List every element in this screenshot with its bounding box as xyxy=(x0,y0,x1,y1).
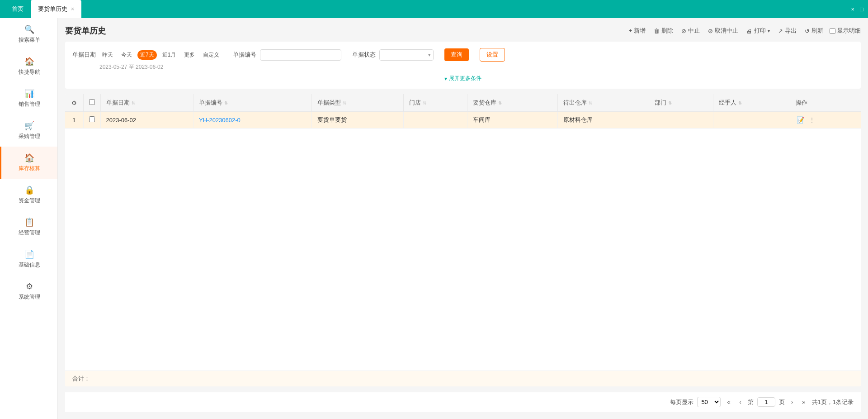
th-req-warehouse-sort-icon: ⇅ xyxy=(498,100,502,105)
page-size-select[interactable]: 50 100 200 xyxy=(697,397,721,407)
row-doc-no: YH-20230602-0 xyxy=(193,112,312,129)
row-more-button[interactable]: ⋮ xyxy=(808,115,816,124)
settings-button[interactable]: 设置 xyxy=(480,48,505,62)
th-settings[interactable]: ⚙ xyxy=(65,94,83,112)
tab-history-label: 要货单历史 xyxy=(38,5,67,13)
main-layout: 🔍 搜索菜单 🏠 快捷导航 📊 销售管理 🛒 采购管理 🏠 库存核算 🔒 资金管… xyxy=(0,18,868,419)
th-handler[interactable]: 经手人 ⇅ xyxy=(713,94,790,112)
row-actions: 📝 ⋮ xyxy=(796,115,855,124)
sidebar-item-inventory-calc[interactable]: 🏠 库存核算 xyxy=(0,147,57,179)
date-range-text: 2023-05-27 至 2023-06-02 xyxy=(99,64,163,70)
th-doc-type-label: 单据类型 xyxy=(317,99,341,107)
table-settings-icon: ⚙ xyxy=(71,100,77,106)
stop-label: 中止 xyxy=(688,27,700,35)
prev-page-btn[interactable]: ‹ xyxy=(737,398,744,406)
query-button[interactable]: 查询 xyxy=(444,48,469,61)
window-close-icon[interactable]: × xyxy=(851,6,855,13)
date-btn-1month[interactable]: 近1月 xyxy=(160,50,179,60)
sidebar-item-sales-mgmt-label: 销售管理 xyxy=(19,100,40,108)
stop-icon: ⊘ xyxy=(681,28,686,34)
date-btn-more[interactable]: 更多 xyxy=(181,50,198,60)
tab-history[interactable]: 要货单历史 × xyxy=(31,0,81,18)
sidebar-item-search-menu[interactable]: 🔍 搜索菜单 xyxy=(0,18,57,50)
expand-more-btn[interactable]: ▾ 展开更多条件 xyxy=(72,75,854,82)
expand-more-label: 展开更多条件 xyxy=(449,75,481,82)
th-doc-type-sortable: 单据类型 ⇅ xyxy=(317,99,397,107)
new-button[interactable]: + 新增 xyxy=(627,26,647,36)
th-req-warehouse-label: 要货仓库 xyxy=(473,99,496,107)
sidebar-item-sys-mgmt[interactable]: ⚙ 系统管理 xyxy=(0,275,57,307)
th-dept-sortable: 部门 ⇅ xyxy=(655,99,708,107)
sidebar-item-inventory-calc-label: 库存核算 xyxy=(19,165,40,172)
status-select[interactable] xyxy=(379,49,434,61)
total-info: 共1页，1条记录 xyxy=(812,398,854,406)
sidebar: 🔍 搜索菜单 🏠 快捷导航 📊 销售管理 🛒 采购管理 🏠 库存核算 🔒 资金管… xyxy=(0,18,58,419)
th-handler-sortable: 经手人 ⇅ xyxy=(719,99,785,107)
date-btn-yesterday[interactable]: 昨天 xyxy=(99,50,116,60)
row-edit-button[interactable]: 📝 xyxy=(796,115,805,124)
th-doc-date-sortable: 单据日期 ⇅ xyxy=(106,99,188,107)
sidebar-item-purchase-mgmt[interactable]: 🛒 采购管理 xyxy=(0,114,57,147)
date-btn-7days[interactable]: 近7天 xyxy=(137,50,157,60)
sidebar-item-finance-mgmt[interactable]: 🔒 资金管理 xyxy=(0,179,57,211)
export-label: 导出 xyxy=(785,27,797,35)
th-doc-no-sortable: 单据编号 ⇅ xyxy=(199,99,306,107)
next-page-btn[interactable]: › xyxy=(788,398,796,406)
page-size-label: 每页显示 xyxy=(670,398,693,406)
print-button[interactable]: 🖨 打印 ▾ xyxy=(745,26,772,36)
select-all-checkbox[interactable] xyxy=(89,99,95,105)
print-label: 打印 xyxy=(754,27,766,35)
tab-close-icon[interactable]: × xyxy=(71,6,74,12)
sidebar-item-basic-info[interactable]: 📄 基础信息 xyxy=(0,243,57,275)
table-footer: 合计： xyxy=(65,371,861,386)
th-handler-label: 经手人 xyxy=(719,99,736,107)
doc-no-input[interactable] xyxy=(260,49,341,61)
cancel-stop-button[interactable]: ⊘ 取消中止 xyxy=(706,26,740,36)
th-action: 操作 xyxy=(790,94,861,112)
sidebar-item-search-menu-label: 搜索菜单 xyxy=(19,36,40,44)
th-pending-warehouse-label: 待出仓库 xyxy=(563,99,587,107)
cancel-stop-label: 取消中止 xyxy=(715,27,738,35)
row-checkbox-cell xyxy=(83,112,100,129)
sidebar-item-purchase-mgmt-label: 采购管理 xyxy=(19,133,40,140)
first-page-btn[interactable]: « xyxy=(724,398,733,406)
delete-button[interactable]: 🗑 删除 xyxy=(652,26,675,36)
th-doc-no[interactable]: 单据编号 ⇅ xyxy=(193,94,312,112)
date-btn-today[interactable]: 今天 xyxy=(118,50,135,60)
row-checkbox[interactable] xyxy=(89,116,95,122)
status-label: 单据状态 xyxy=(352,51,376,59)
window-maximize-icon[interactable]: □ xyxy=(860,6,863,13)
sidebar-item-sales-mgmt[interactable]: 📊 销售管理 xyxy=(0,82,57,114)
show-detail-checkbox[interactable] xyxy=(830,28,835,34)
row-doc-no-link[interactable]: YH-20230602-0 xyxy=(199,117,241,124)
stop-button[interactable]: ⊘ 中止 xyxy=(679,26,702,36)
th-doc-type[interactable]: 单据类型 ⇅ xyxy=(312,94,403,112)
last-page-btn[interactable]: » xyxy=(799,398,808,406)
tab-home-label: 首页 xyxy=(12,5,24,13)
th-dept-sort-icon: ⇅ xyxy=(668,100,672,105)
th-pending-warehouse-sortable: 待出仓库 ⇅ xyxy=(563,99,643,107)
th-store-label: 门店 xyxy=(409,99,421,107)
sidebar-item-shortcut-nav[interactable]: 🏠 快捷导航 xyxy=(0,50,57,82)
doc-no-filter-group: 单据编号 xyxy=(233,49,341,61)
th-handler-sort-icon: ⇅ xyxy=(738,100,742,105)
sidebar-item-sys-mgmt-label: 系统管理 xyxy=(19,293,40,301)
tab-home[interactable]: 首页 xyxy=(5,0,31,18)
th-req-warehouse[interactable]: 要货仓库 ⇅ xyxy=(467,94,558,112)
shortcut-nav-icon: 🏠 xyxy=(24,57,34,67)
refresh-button[interactable]: ↺ 刷新 xyxy=(803,26,825,36)
sidebar-item-finance-mgmt-label: 资金管理 xyxy=(19,197,40,205)
th-pending-warehouse[interactable]: 待出仓库 ⇅ xyxy=(557,94,649,112)
filter-row-1: 单据日期 昨天 今天 近7天 近1月 更多 自定义 单据编号 xyxy=(72,48,854,62)
export-button[interactable]: ↗ 导出 xyxy=(776,26,798,36)
th-doc-date[interactable]: 单据日期 ⇅ xyxy=(100,94,193,112)
window-controls: × □ xyxy=(851,6,863,13)
th-dept[interactable]: 部门 ⇅ xyxy=(649,94,713,112)
th-store[interactable]: 门店 ⇅ xyxy=(403,94,467,112)
date-btn-custom[interactable]: 自定义 xyxy=(200,50,222,60)
th-dept-label: 部门 xyxy=(655,99,666,107)
sidebar-item-ops-mgmt[interactable]: 📋 经营管理 xyxy=(0,211,57,243)
export-icon: ↗ xyxy=(778,28,783,34)
header-actions: + 新增 🗑 删除 ⊘ 中止 ⊘ 取消中止 🖨 打印 ▾ xyxy=(627,26,861,36)
page-number-input[interactable] xyxy=(757,397,775,407)
